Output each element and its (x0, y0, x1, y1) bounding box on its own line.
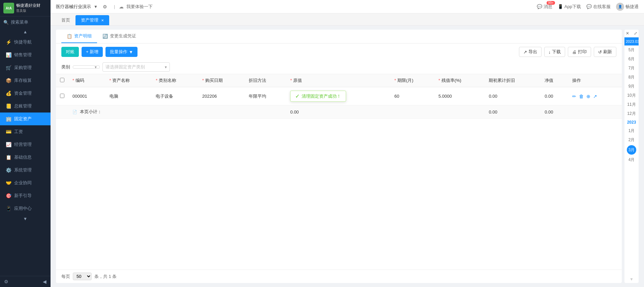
purchase-icon: 🛒 (5, 65, 11, 71)
new-btn[interactable]: + 新增 (82, 47, 103, 57)
company-name: 医疗器械行业演示 (56, 4, 91, 10)
operations-icon: 📈 (5, 141, 11, 148)
cell-category: 电子设备 (152, 87, 198, 105)
app-center-label: 应用中心 (14, 205, 32, 212)
collapse-icon[interactable]: ◀ (43, 279, 47, 284)
refresh-btn[interactable]: ↺ 刷新 (594, 47, 616, 57)
asset-table-wrap: 编码 资产名称 类别名称 购买日期 折旧方法 原值 期限(月) 残值率(%) 期… (56, 74, 622, 269)
experience-link[interactable]: 我要体验一下 (126, 4, 153, 10)
sidebar-item-collaboration[interactable]: 🤝 企业协同 (0, 177, 51, 189)
sidebar-item-basic-info[interactable]: 📋 基础信息 (0, 151, 51, 164)
cal-month-10[interactable]: 10月 (624, 91, 639, 100)
edit-icon[interactable]: ✏ (572, 94, 576, 99)
basic-info-icon: 📋 (5, 154, 11, 160)
select-all-checkbox[interactable] (60, 78, 64, 82)
sidebar-item-purchase[interactable]: 🛒 采购管理 (0, 61, 51, 74)
cal-month-8[interactable]: 8月 (624, 73, 639, 82)
tab-home[interactable]: 首页 (56, 15, 75, 25)
sidebar-item-sales[interactable]: 📊 销售管理 (0, 49, 51, 61)
col-name: 资产名称 (105, 74, 152, 87)
system-icon: ⚙️ (5, 167, 11, 173)
tab-close-icon[interactable]: ✕ (101, 19, 104, 22)
topbar: 医疗器械行业演示 ▼ ⚙ | ☁ 我要体验一下 💬 消息 99+ 📱 App下载… (51, 0, 644, 13)
sidebar-item-quick-nav[interactable]: ⚡ 快捷导航 (0, 36, 51, 49)
asset-category-select[interactable]: 请选择固定资产类别 ▼ (102, 62, 170, 72)
expand-panel-icon[interactable]: ⤢ (634, 31, 637, 36)
row-checkbox[interactable] (60, 94, 64, 98)
summary-net-value: 0.00 (541, 105, 568, 119)
cal-month-1[interactable]: 1月 (624, 126, 639, 135)
subtab-asset-detail[interactable]: 📋 资产明细 (61, 30, 97, 43)
export-btn[interactable]: ↗ 导出 (519, 47, 542, 57)
sidebar-item-app-center[interactable]: 📱 应用中心 (0, 202, 51, 215)
close-panel-icon[interactable]: ✕ (626, 31, 629, 36)
scroll-down-btn[interactable]: ▼ (0, 215, 51, 223)
col-period: 期限(月) (390, 74, 434, 87)
delete-icon[interactable]: 🗑 (579, 94, 584, 99)
online-service-btn[interactable]: 💬 在线客服 (586, 4, 611, 10)
cal-month-9[interactable]: 9月 (624, 82, 639, 91)
batch-btn[interactable]: 批量操作 ▼ (105, 47, 137, 57)
search-menu-item[interactable]: 🔍 搜索菜单 (0, 17, 51, 28)
sidebar-item-ledger[interactable]: 📒 总账管理 (0, 100, 51, 113)
inventory-label: 库存核算 (14, 77, 32, 84)
subtab-asset-detail-label: 资产明细 (74, 33, 92, 39)
cal-month-2[interactable]: 2月 (624, 135, 639, 145)
col-depreciation-method: 折旧方法 (245, 74, 286, 87)
cal-month-12[interactable]: 12月 (624, 109, 639, 118)
sidebar-item-operations[interactable]: 📈 经营管理 (0, 138, 51, 151)
cal-month-4[interactable]: 4月 (624, 155, 639, 164)
sidebar-item-salary[interactable]: 💳 工资 (0, 125, 51, 138)
download-btn[interactable]: ↓ 下载 (544, 47, 565, 57)
topbar-settings-icon[interactable]: ⚙ (100, 2, 110, 11)
sidebar-item-system[interactable]: ⚙️ 系统管理 (0, 164, 51, 177)
service-label: 在线客服 (593, 4, 611, 10)
app-download-btn[interactable]: 📱 App下载 (558, 4, 581, 10)
category-filter-select[interactable]: ▼ (73, 65, 100, 69)
cal-month-3[interactable]: 3月 (627, 145, 636, 155)
table-row: 000001 电脑 电子设备 202206 年限平均 ✓ 清理固定资产成功！ (56, 87, 622, 105)
cal-month-6[interactable]: 6月 (624, 55, 639, 64)
user-profile-btn[interactable]: 👤 畅捷通 (616, 3, 639, 11)
cell-initial-depreciation: 0.00 (485, 87, 541, 105)
cell-net-value: 0.00 (541, 87, 568, 105)
cloud-icon: ☁ (119, 4, 124, 9)
calendar-header[interactable]: 2023.03 (624, 37, 639, 45)
logo-text: 畅捷通好业财 (16, 3, 40, 8)
cell-actions: ✏ 🗑 ⊕ ↗ (568, 87, 622, 105)
account-btn[interactable]: 对账 (61, 47, 79, 57)
scroll-up-btn[interactable]: ▲ (0, 28, 51, 36)
print-btn[interactable]: 🖨 打印 (568, 47, 591, 57)
app-download-icon: 📱 (558, 4, 563, 9)
sidebar-item-inventory[interactable]: 📦 库存核算 (0, 74, 51, 87)
company-dropdown-icon[interactable]: ▼ (94, 4, 98, 9)
copy-icon[interactable]: ⊕ (586, 94, 590, 99)
print-icon: 🖨 (572, 50, 577, 55)
sidebar-item-funds[interactable]: 💰 资金管理 (0, 87, 51, 100)
sidebar: AtA 畅捷通好业财 普及版 🔍 搜索菜单 ▲ ⚡ 快捷导航 📊 销售管理 🛒 … (0, 0, 51, 287)
sales-icon: 📊 (5, 52, 11, 58)
summary-original-value: 0.00 (286, 105, 390, 119)
sidebar-item-fixed-assets[interactable]: 🏢 固定资产 (0, 113, 51, 125)
pagination: 每页 50 100 200 条，共 1 条 (56, 269, 622, 283)
system-label: 系统管理 (14, 167, 32, 173)
col-net-value: 净值 (541, 74, 568, 87)
sidebar-item-guide[interactable]: 🎯 新手引导 (0, 189, 51, 202)
settings-icon[interactable]: ⚙ (4, 279, 8, 284)
calendar-down-btn[interactable]: ▼ (624, 276, 639, 283)
more-icon[interactable]: ↗ (593, 94, 597, 99)
tab-asset-management[interactable]: 资产管理 ✕ (75, 15, 109, 25)
cal-month-5[interactable]: 5月 (624, 45, 639, 55)
quick-nav-icon: ⚡ (5, 39, 11, 45)
cal-year-2023: 2023 (624, 118, 639, 126)
message-btn[interactable]: 💬 消息 99+ (537, 4, 552, 10)
per-page-label: 每页 (61, 274, 70, 280)
cal-month-11[interactable]: 11月 (624, 100, 639, 109)
cal-month-7[interactable]: 7月 (624, 64, 639, 73)
salary-label: 工资 (14, 129, 23, 135)
operations-label: 经营管理 (14, 141, 32, 148)
export-icon: ↗ (523, 50, 527, 55)
per-page-select[interactable]: 50 100 200 (73, 273, 92, 280)
asset-category-placeholder: 请选择固定资产类别 (105, 64, 145, 70)
subtab-change-voucher[interactable]: 🔄 变更生成凭证 (97, 30, 142, 43)
